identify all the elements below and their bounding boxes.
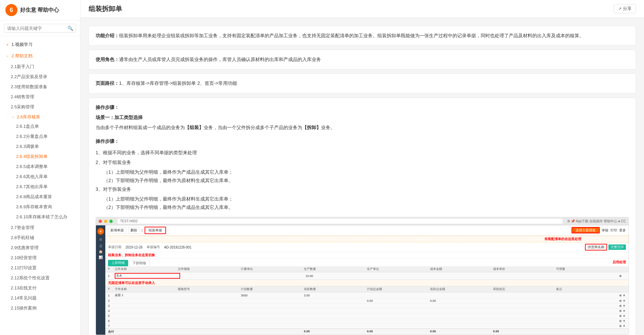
nav-sub-item-2-5[interactable]: 2.5采购管理 (11, 102, 80, 112)
cell-qty1: 10.00 (306, 274, 368, 278)
scenario1-desc: 当由多个子件材料组装成一个成品的业务为【组装】业务，当由一个父件拆分成多个子产品… (96, 123, 629, 132)
steps-section: 操作步骤： 场景一：加工类型选择 当由多个子件材料组装成一个成品的业务为【组装】… (89, 98, 636, 335)
search-input-wrap[interactable]: 🔍 (4, 24, 76, 33)
nav-section-s1[interactable]: ＋ 1.视频学习 (0, 39, 80, 50)
share-button[interactable]: ↗ 分享 (614, 4, 636, 13)
mock-lower-table: # 子件名称 规格型号 计划数量 实际数量 计划总金额 实际总金额 审批状态 备… (105, 286, 629, 335)
search-input[interactable] (7, 26, 67, 31)
lcell-col5: 0.00 (367, 299, 430, 302)
nav-sub-item-2-3[interactable]: 2.3使用前数据准备 (11, 82, 80, 92)
mock-btn-audit[interactable]: 审核 (602, 228, 608, 233)
footer-col4: 0.00 (304, 330, 367, 334)
mock-lower-row7: 7 ⊕ ✕ (105, 324, 629, 329)
mock-lower-header: # 子件名称 规格型号 计划数量 实际数量 计划总金额 实际总金额 审批状态 备… (105, 286, 629, 292)
nav-sub-item-2-9[interactable]: 2.9优惠券管理 (11, 243, 80, 253)
nav-sub-item-2-6-9[interactable]: 2.6.9库存账本查询 (16, 202, 80, 212)
col-unit-cost: 成本单价 (493, 267, 556, 271)
step3-sub1: （1）上部明细为父件明细，最终作为原材料生成其它出库单； (96, 195, 629, 203)
col-cost: 成本金额 (430, 267, 493, 271)
browser-max (109, 220, 113, 223)
mock-toolbar-separator: | (142, 229, 143, 232)
lcell-num6: 6 (108, 319, 115, 323)
col-plan-qty: 计划数量 (241, 287, 304, 291)
nav-sub-item-2-2[interactable]: 2.2产品安装及登录 (11, 72, 80, 82)
nav-sub-item-2-7[interactable]: 2.7资金管理 (11, 223, 80, 233)
path-label: 页面路径： (96, 80, 119, 86)
nav-sub-item-2-10[interactable]: 2.10经营管理 (11, 253, 80, 263)
scenario1-label: 场景一：加工类型选择 (96, 115, 629, 121)
col-qty: 生产数量 (304, 267, 367, 271)
nav-sub-item-2-6-2[interactable]: 2.6.2分量盘点单 (16, 131, 80, 142)
nav-sub-item-2-4[interactable]: 2.4销售管理 (11, 92, 80, 102)
browser-icons: ⚙ 📌 App下载 在线插件 帮助中心 ● CC (567, 219, 626, 224)
mock-lower-row6: 6 ⊕ ✕ (105, 319, 629, 324)
footer-col2 (178, 330, 241, 334)
role-label: 使用角色： (96, 57, 119, 62)
nav-sub-item-2-8[interactable]: 2.8手机旺铺 (11, 233, 80, 243)
nav-sub-item-2-14[interactable]: 2.14常见问题 (11, 293, 80, 303)
lcell-num3: 3 (108, 304, 115, 308)
app-logo-icon: 6 (5, 4, 17, 16)
expand-icon-s1: ＋ (5, 42, 9, 48)
col-child-spec: 规格型号 (178, 287, 241, 291)
mock-date-label: 单据日期 (108, 245, 121, 249)
mock-enable-input[interactable]: 供货商名称 (585, 244, 607, 250)
nav-list: ＋ 1.视频学习 － 2.帮助文档 2.1新手入门 2.2产品安装及登录 2.3… (0, 36, 80, 335)
share-icon: ↗ (618, 6, 622, 11)
mock-btn-new[interactable]: 新增单据 (108, 227, 126, 234)
search-icon[interactable]: 🔍 (67, 25, 73, 31)
sidebar-logo: 6 好生意 帮助中心 (0, 0, 80, 20)
func-intro-text: 功能介绍：组装拆卸单用来处理企业组装或拆卸等加工业务，支持有固定装配清单的产品加… (96, 32, 629, 40)
nav-sub-item-2-6-7[interactable]: 2.6.7其他出库单 (16, 182, 80, 192)
nav-sub-item-2-11[interactable]: 2.11打印设置 (11, 263, 80, 273)
nav-sub-item-2-1[interactable]: 2.1新手入门 (11, 62, 80, 72)
lcell-op6: ⊕ ✕ (619, 319, 626, 323)
lcell-num2: 2 (108, 299, 115, 302)
nav-sub-item-2-6-1[interactable]: 2.6.1盘点单 (16, 121, 80, 131)
mock-date-value: 2019-12-26 (125, 245, 143, 249)
page-title: 组装拆卸单 (89, 4, 122, 13)
col-actual-amt: 实际总金额 (430, 287, 493, 291)
lcell-col3 (241, 299, 304, 302)
lcell-empty4 (115, 309, 619, 313)
mock-btn-del[interactable]: 删除 (128, 227, 140, 234)
lcell-op3: ⊕ ✕ (619, 304, 626, 308)
mock-app-body: 6 ≡ ☰ 🏠 📊 新增单据 删除 | (96, 225, 629, 335)
mock-annotation2-row: 组装业务、拆卸业务在这里切换 (105, 252, 629, 259)
nav-sub-item-2-6-8[interactable]: 2.6.8商品成本重算 (16, 192, 80, 202)
nav-section-s2-6[interactable]: － 2.6库存核算 (11, 112, 80, 121)
mock-tabs-space (150, 260, 612, 266)
nav-sub-item-2-6-10[interactable]: 2.6.10库存账本错了怎么办 (16, 212, 80, 222)
nav-sub-item-2-6-4[interactable]: 2.6.4组装拆卸单 (16, 152, 80, 162)
nav-sub-item-2-6-3[interactable]: 2.6.3调拨单 (16, 142, 80, 152)
lcell-name1: 桌面 1 (115, 293, 178, 297)
mock-btn-print[interactable]: 打印 (610, 228, 617, 233)
nav-sub-item-2-13[interactable]: 2.13在线支付 (11, 283, 80, 293)
mock-tab-disassemble[interactable]: 下部明细 (129, 260, 150, 266)
lcell-col2 (178, 299, 241, 302)
nav-sub-item-2-15[interactable]: 2.15操作案例 (11, 303, 80, 313)
nav-sub-item-2-6-5[interactable]: 2.6.5成本调整单 (16, 162, 80, 172)
collapse-icon-s2: － (5, 53, 9, 59)
cell-num1: 1 (108, 274, 115, 278)
mock-id-label: 单据编号 (147, 245, 160, 249)
mock-tab-assemble[interactable]: 上部明细 (108, 260, 128, 266)
main-header: 组装拆卸单 ↗ 分享 (80, 0, 644, 18)
mock-confirm-btn[interactable]: 完整完毕 (608, 244, 626, 250)
mock-lower-row5: 5 ⊕ ✕ (105, 314, 629, 319)
mock-type-select[interactable]: 组装单据 (145, 227, 166, 234)
nav-item-s2: － 2.帮助文档 2.1新手入门 2.2产品安装及登录 2.3使用前数据准备 2… (0, 50, 80, 313)
nav-sub-item-2-12[interactable]: 2.12系统个性化设置 (11, 273, 80, 283)
func-intro-body: 组装拆卸单用来处理企业组装或拆卸等加工业务，支持有固定装配清单的产品加工业务，也… (119, 33, 584, 38)
mock-apply-btn[interactable]: 选择方案模板 (572, 227, 600, 233)
lcell-col7 (493, 299, 556, 302)
lcell-col6: 0.00 (430, 299, 493, 302)
col-parent-name: 父件名称 (115, 267, 178, 271)
nav-sub-item-2-6-6[interactable]: 2.6.6其他入库单 (16, 172, 80, 182)
func-intro-label: 功能介绍： (96, 33, 119, 38)
nav-section-s2[interactable]: － 2.帮助文档 (0, 50, 80, 62)
browser-chrome: TEST-H002 ⚙ 📌 App下载 在线插件 帮助中心 ● CC (96, 217, 629, 225)
step2-sub2: （2）下部明细为子件明细，最终作为原材料生成其它出库单。 (96, 176, 629, 185)
mock-btn-more[interactable]: 更多 (619, 228, 626, 233)
col-unit: 计量单位 (241, 267, 304, 271)
